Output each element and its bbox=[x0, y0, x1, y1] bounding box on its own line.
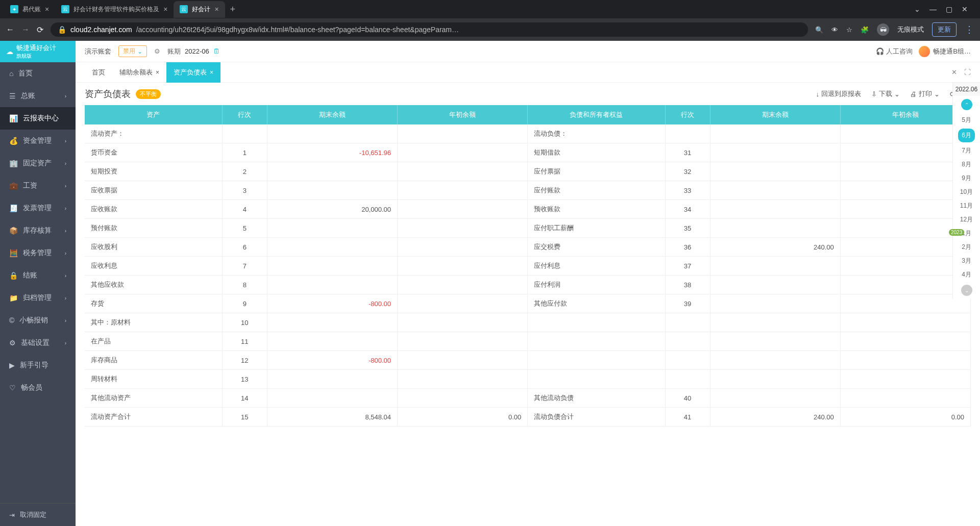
invoice-icon: 🧾 bbox=[9, 204, 18, 212]
calendar-icon[interactable]: 🗓 bbox=[213, 47, 220, 55]
eye-off-icon[interactable]: 👁 bbox=[831, 26, 838, 34]
tab-title: 易代账 bbox=[22, 5, 41, 14]
sidebar-item-archive[interactable]: 📁 归档管理 › bbox=[0, 287, 76, 309]
page-tab[interactable]: 辅助余额表× bbox=[112, 62, 166, 83]
reload-icon[interactable]: ⟳ bbox=[37, 25, 43, 35]
month-item[interactable]: 9月 bbox=[953, 171, 980, 185]
table-row: 存货9-800.00其他应付款39 bbox=[85, 294, 971, 313]
star-icon[interactable]: ☆ bbox=[846, 26, 852, 34]
month-item[interactable]: 11月 bbox=[953, 199, 980, 213]
customer-service-button[interactable]: 🎧 人工咨询 bbox=[876, 47, 913, 56]
cell: 流动负债： bbox=[528, 124, 665, 143]
chevron-right-icon: › bbox=[65, 161, 66, 166]
sidebar-item-label: 云报表中心 bbox=[23, 114, 59, 123]
month-item[interactable]: 7月 bbox=[953, 144, 980, 158]
sidebar-item-close[interactable]: 🔒 结账 › bbox=[0, 264, 76, 287]
sidebar-item-setting[interactable]: ⚙ 基础设置 › bbox=[0, 332, 76, 354]
cell: 0.00 bbox=[840, 408, 970, 427]
table-row: 其他流动资产14其他流动负债40 bbox=[85, 389, 971, 408]
maximize-icon[interactable]: ▢ bbox=[946, 5, 952, 13]
chevron-right-icon: › bbox=[65, 228, 66, 234]
browser-tab-2[interactable]: 云 好会计财务管理软件购买价格及 × bbox=[55, 1, 174, 18]
fullscreen-icon[interactable]: ⛶ bbox=[964, 68, 971, 76]
new-tab-button[interactable]: + bbox=[225, 2, 241, 17]
cell: 240.00 bbox=[710, 408, 840, 427]
print-button[interactable]: 🖨打印⌄ bbox=[910, 89, 940, 98]
sidebar-item-guide[interactable]: ▶ 新手引导 bbox=[0, 354, 76, 377]
forward-icon[interactable]: → bbox=[21, 25, 30, 34]
page-tab[interactable]: 首页 bbox=[85, 62, 112, 83]
month-item[interactable]: 4月 bbox=[953, 268, 980, 282]
close-icon[interactable]: × bbox=[45, 5, 49, 13]
month-item[interactable]: 3月 bbox=[953, 254, 980, 268]
puzzle-icon[interactable]: 🧩 bbox=[861, 26, 869, 34]
table-row: 应收利息7应付利息37 bbox=[85, 257, 971, 275]
browser-tab-3[interactable]: 云 好会计 × bbox=[174, 1, 225, 18]
avatar bbox=[919, 46, 930, 57]
cell: 周转材料 bbox=[85, 370, 222, 389]
cell bbox=[267, 370, 397, 389]
month-item[interactable]: 10月 bbox=[953, 185, 980, 199]
page-tab[interactable]: 资产负债表× bbox=[166, 62, 220, 83]
cloud-icon: ☁ bbox=[6, 47, 13, 56]
disable-button[interactable]: 禁用 ⌄ bbox=[118, 45, 147, 57]
account-set-label[interactable]: 演示账套 bbox=[85, 47, 111, 56]
scroll-down-button[interactable]: ⌄ bbox=[961, 285, 972, 296]
month-item[interactable]: 5月 bbox=[953, 113, 980, 127]
gear-icon[interactable]: ⚙ bbox=[154, 47, 160, 55]
close-icon[interactable]: ✕ bbox=[962, 5, 968, 13]
sidebar-item-invoice[interactable]: 🧾 发票管理 › bbox=[0, 197, 76, 219]
chevron-down-icon: ⌄ bbox=[934, 90, 940, 98]
scroll-up-button[interactable]: ⌃ bbox=[961, 99, 972, 110]
sidebar-item-vip[interactable]: ♡ 畅会员 bbox=[0, 377, 76, 399]
period-value[interactable]: 2022-06 bbox=[185, 47, 209, 55]
sidebar-item-report[interactable]: 📊 云报表中心 bbox=[0, 107, 76, 130]
download-button[interactable]: ⇩下载⌄ bbox=[871, 89, 900, 98]
update-button[interactable]: 更新 bbox=[932, 22, 957, 37]
cell bbox=[710, 162, 840, 181]
sidebar-item-label: 首页 bbox=[18, 69, 33, 78]
table-row: 其中：原材料10 bbox=[85, 313, 971, 332]
month-item[interactable]: 6月 bbox=[958, 129, 975, 142]
unpin-button[interactable]: ⇥ 取消固定 bbox=[0, 504, 76, 526]
minimize-icon[interactable]: — bbox=[929, 5, 937, 13]
cell: 应收利息 bbox=[85, 257, 222, 275]
sidebar-item-inventory[interactable]: 📦 库存核算 › bbox=[0, 219, 76, 242]
rollback-button[interactable]: ↓回退到原报表 bbox=[816, 89, 862, 98]
more-icon[interactable]: ⋮ bbox=[965, 24, 974, 35]
close-all-icon[interactable]: ✕ bbox=[951, 68, 957, 76]
sidebar-item-salary[interactable]: 💼 工资 › bbox=[0, 174, 76, 197]
sidebar-item-home[interactable]: ⌂ 首页 bbox=[0, 62, 76, 85]
month-item[interactable]: 8月 bbox=[953, 158, 980, 171]
cell: 40 bbox=[665, 389, 710, 408]
sidebar-item-tax[interactable]: 🧮 税务管理 › bbox=[0, 242, 76, 264]
cell bbox=[267, 332, 397, 351]
close-icon[interactable]: × bbox=[163, 5, 167, 13]
sidebar-item-asset[interactable]: 🏢 固定资产 › bbox=[0, 152, 76, 174]
sidebar-list: ⌂ 首页 ☰ 总账 ›📊 云报表中心 💰 资金管理 ›🏢 固定资产 ›💼 工资 … bbox=[0, 62, 76, 399]
edition-label: 旗舰版 bbox=[16, 53, 56, 60]
month-item[interactable]: 12月 bbox=[953, 213, 980, 227]
url-bar[interactable]: 🔒 cloud2.chanjet.com/accounting/uh26t264… bbox=[51, 22, 808, 37]
sidebar-item-market[interactable]: © 小畅报销 › bbox=[0, 309, 76, 332]
sidebar-item-label: 新手引导 bbox=[20, 361, 48, 370]
month-item[interactable]: 1月2023 bbox=[953, 227, 980, 240]
cell bbox=[840, 370, 970, 389]
close-icon[interactable]: × bbox=[210, 69, 213, 76]
month-item[interactable]: 2月 bbox=[953, 240, 980, 254]
user-menu[interactable]: 畅捷通B组… bbox=[919, 46, 971, 57]
zoom-icon[interactable]: 🔍 bbox=[815, 26, 823, 34]
cell bbox=[398, 389, 528, 408]
cell bbox=[710, 275, 840, 294]
unpin-label: 取消固定 bbox=[20, 510, 46, 519]
close-icon[interactable]: × bbox=[156, 69, 159, 76]
close-icon[interactable]: × bbox=[214, 5, 218, 13]
sidebar-item-fund[interactable]: 💰 资金管理 › bbox=[0, 130, 76, 152]
chevron-down-icon[interactable]: ⌄ bbox=[914, 5, 920, 13]
chevron-right-icon: › bbox=[65, 183, 66, 189]
back-icon[interactable]: ← bbox=[6, 25, 14, 34]
browser-tab-1[interactable]: ✦ 易代账 × bbox=[4, 1, 55, 18]
sidebar-item-ledger[interactable]: ☰ 总账 › bbox=[0, 85, 76, 107]
sidebar: ☁ 畅捷通好会计 旗舰版 ⌂ 首页 ☰ 总账 ›📊 云报表中心 💰 资金管理 ›… bbox=[0, 41, 76, 526]
cell bbox=[267, 162, 397, 181]
